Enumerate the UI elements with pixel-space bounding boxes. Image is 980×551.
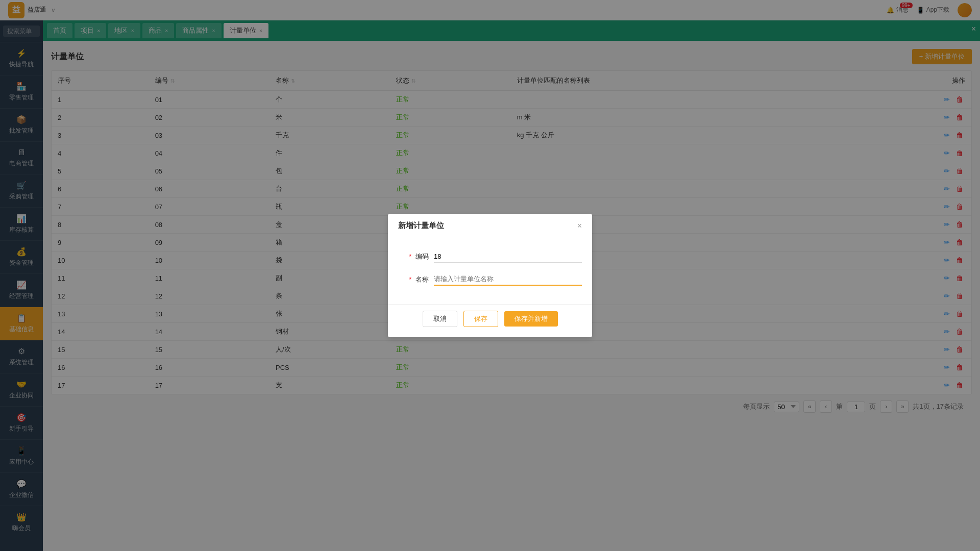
modal-close-button[interactable]: × <box>577 222 582 230</box>
name-required: * <box>409 276 411 283</box>
modal-header: 新增计量单位 × <box>388 214 592 238</box>
modal-body: * 编码 * 名称 <box>388 238 592 304</box>
save-button[interactable]: 保存 <box>463 311 498 327</box>
modal-footer: 取消 保存 保存并新增 <box>388 304 592 337</box>
code-required: * <box>409 253 411 260</box>
name-input[interactable] <box>434 273 582 286</box>
form-row-code: * 编码 <box>398 251 582 263</box>
modal-overlay: 新增计量单位 × * 编码 * 名称 取消 保存 保存并新增 <box>0 0 980 551</box>
add-unit-modal: 新增计量单位 × * 编码 * 名称 取消 保存 保存并新增 <box>388 214 592 337</box>
save-and-new-button[interactable]: 保存并新增 <box>504 311 558 327</box>
form-row-name: * 名称 <box>398 273 582 286</box>
code-label-text: 编码 <box>415 253 429 260</box>
code-input[interactable] <box>434 251 582 263</box>
code-label: * 编码 <box>398 252 429 261</box>
name-label: * 名称 <box>398 275 429 284</box>
modal-title: 新增计量单位 <box>398 221 444 231</box>
name-label-text: 名称 <box>415 276 429 283</box>
cancel-button[interactable]: 取消 <box>423 311 457 327</box>
